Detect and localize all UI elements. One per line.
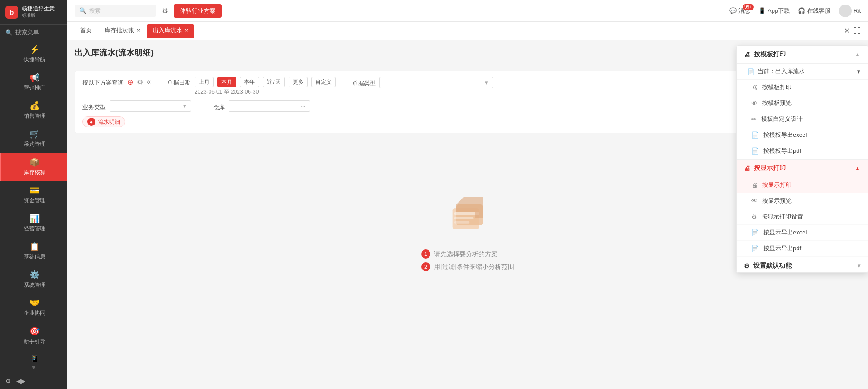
sidebar-item-basic[interactable]: 📋 基础信息 [0, 237, 67, 265]
logo-icon: b [5, 6, 18, 19]
dropdown-item-template-export-pdf[interactable]: 📄 按模板导出pdf [737, 143, 868, 159]
sidebar-item-finance[interactable]: 💳 资金管理 [0, 181, 67, 209]
current-template-arrow: ▾ [857, 68, 860, 75]
search-menu[interactable]: 🔍 搜索菜单 [0, 25, 67, 40]
pdf-item-icon1: 📄 [751, 147, 759, 155]
maximize-icon[interactable]: ⛶ [853, 27, 861, 35]
set-default-arrow: ▾ [858, 263, 860, 269]
display-settings-icon: ⚙ [751, 213, 757, 220]
warehouse-label: 仓库 [213, 101, 225, 111]
pdf-item-icon2: 📄 [751, 245, 759, 252]
quick-nav-icon: ⚡ [30, 45, 40, 55]
sidebar-item-label: 企业协同 [24, 309, 45, 317]
dropdown-item-display-print[interactable]: 🖨 按显示打印 [737, 177, 868, 193]
filter-tag: ● 流水明细 [82, 116, 125, 127]
dropdown-item-template-print[interactable]: 🖨 按模板打印 [737, 80, 868, 95]
dropdown-item-template-preview[interactable]: 👁 按模板预览 [737, 95, 868, 111]
header-search-box[interactable]: 🔍 搜索 [75, 5, 156, 17]
display-print-section-header[interactable]: 🖨 按显示打印 ▲ [737, 160, 868, 177]
sidebar-item-label: 销售管理 [24, 112, 45, 120]
preview-item-icon: 👁 [751, 100, 758, 107]
date-btn-7days[interactable]: 近7天 [263, 77, 285, 87]
date-btn-this-year[interactable]: 本年 [240, 77, 259, 87]
filter-settings-icon[interactable]: ⚙ [137, 78, 143, 86]
sidebar-item-collab[interactable]: 🤝 企业协同 [0, 294, 67, 322]
tab-home-label: 首页 [80, 26, 92, 35]
add-filter-btn[interactable]: ⊕ [127, 78, 133, 86]
sidebar-nav: ⚡ 快捷导航 📢 营销推广 💰 销售管理 🛒 采购管理 📦 库存核算 💳 资金管… [0, 40, 67, 362]
system-icon: ⚙️ [30, 270, 40, 280]
dropdown-item-template-customize[interactable]: ✏ 模板自定义设计 [737, 111, 868, 127]
current-template[interactable]: 📄 当前：出入库流水 ▾ [737, 64, 868, 80]
sidebar-item-system[interactable]: ⚙️ 系统管理 [0, 265, 67, 294]
tab-flow-label: 出入库流水 [153, 26, 182, 35]
settings-icon[interactable]: ⚙ [5, 378, 11, 384]
online-service-label: 在线客服 [807, 7, 831, 15]
set-default-section[interactable]: ⚙ 设置默认功能 ▾ [737, 257, 868, 273]
header-gear-icon[interactable]: ⚙ [162, 6, 168, 15]
excel-item-icon1: 📄 [751, 131, 759, 139]
dropdown-header-arrow: ▲ [855, 51, 860, 58]
sidebar-item-label: 基础信息 [24, 253, 45, 261]
sidebar-item-apps[interactable]: 📱 应用中心 [0, 350, 67, 362]
page-title: 出入库流水(流水明细) [75, 47, 154, 58]
customize-item-icon: ✏ [751, 115, 757, 123]
dropdown-item-template-export-excel[interactable]: 📄 按模板导出excel [737, 127, 868, 143]
tab-flow-close[interactable]: × [185, 27, 188, 34]
sidebar-item-label: 经营管理 [24, 225, 45, 233]
tag-label: 流水明细 [98, 118, 120, 126]
dropdown-item-display-export-excel[interactable]: 📄 按显示导出excel [737, 225, 868, 241]
doc-type-select[interactable]: ▾ [379, 77, 493, 88]
template-export-excel-label: 按模板导出excel [763, 131, 807, 139]
dropdown-item-display-export-pdf[interactable]: 📄 按显示导出pdf [737, 241, 868, 257]
app-download-btn[interactable]: 📱 App下载 [758, 7, 790, 15]
sidebar-item-marketing[interactable]: 📢 营销推广 [0, 68, 67, 96]
date-btn-last-month[interactable]: 上月 [195, 77, 214, 87]
sidebar-item-quick-nav[interactable]: ⚡ 快捷导航 [0, 40, 67, 68]
sidebar-item-inventory[interactable]: 📦 库存核算 [0, 153, 67, 181]
sidebar-item-guide[interactable]: 🎯 新手引导 [0, 322, 67, 350]
step-2-text: 用[过滤]条件来缩小分析范围 [434, 260, 514, 273]
display-export-pdf-label: 按显示导出pdf [763, 244, 801, 253]
tab-home[interactable]: 首页 [75, 24, 97, 38]
user-profile[interactable]: Rit [839, 5, 861, 17]
sidebar-item-label: 快捷导航 [24, 56, 45, 64]
warehouse-select[interactable]: ··· [229, 100, 310, 112]
tab-inventory-batch-close[interactable]: × [137, 27, 140, 34]
template-customize-label: 模板自定义设计 [761, 115, 803, 123]
display-preview-label: 按显示预览 [762, 197, 792, 205]
industry-btn[interactable]: 体验行业方案 [174, 4, 222, 18]
date-btn-more[interactable]: 更多 [289, 77, 308, 87]
message-btn[interactable]: 💬 消息 99+ [729, 7, 750, 15]
date-btn-this-month[interactable]: 本月 [217, 77, 236, 87]
sidebar-item-sales[interactable]: 💰 销售管理 [0, 96, 67, 125]
tab-flow[interactable]: 出入库流水 × [147, 24, 194, 38]
online-service-btn[interactable]: 🎧 在线客服 [798, 7, 831, 15]
tab-inventory-batch[interactable]: 库存批次账 × [99, 24, 145, 38]
dropdown-item-display-preview[interactable]: 👁 按显示预览 [737, 193, 868, 209]
sidebar-scroll-down[interactable]: ▼ [0, 362, 67, 373]
print-header-icon: 🖨 [744, 51, 750, 58]
date-btn-custom[interactable]: 自定义 [311, 77, 336, 87]
empty-icon [445, 193, 490, 239]
display-preview-icon: 👁 [751, 197, 758, 204]
biz-type-select[interactable]: ▾ [110, 100, 191, 112]
filter-scheme-label: 按以下方案查询 [82, 77, 124, 87]
top-header: 🔍 搜索 ⚙ 体验行业方案 💬 消息 99+ 📱 App下载 🎧 在线客服 Ri… [67, 0, 868, 22]
basic-icon: 📋 [30, 242, 40, 252]
dropdown-item-display-print-settings[interactable]: ⚙ 按显示打印设置 [737, 209, 868, 225]
filter-collapse-icon[interactable]: « [147, 78, 151, 86]
avatar [839, 5, 852, 17]
step-2: 2 用[过滤]条件来缩小分析范围 [421, 260, 514, 273]
sidebar: b 畅捷通好生意 标准版 🔍 搜索菜单 ⚡ 快捷导航 📢 营销推广 💰 销售管理… [0, 0, 67, 389]
sidebar-item-label: 库存核算 [24, 169, 45, 176]
date-range: 2023-06-01 至 2023-06-30 [195, 88, 336, 96]
dropdown-header[interactable]: 🖨 按模板打印 ▲ [737, 46, 868, 64]
sidebar-toggle-icon[interactable]: ◀▶ [16, 378, 25, 384]
set-default-icon: ⚙ [744, 262, 750, 269]
sidebar-item-label: 采购管理 [24, 140, 45, 148]
template-print-label: 按模板打印 [762, 83, 792, 91]
minimize-icon[interactable]: ✕ [844, 26, 850, 35]
sidebar-item-purchase[interactable]: 🛒 采购管理 [0, 125, 67, 153]
sidebar-item-operation[interactable]: 📊 经营管理 [0, 209, 67, 237]
